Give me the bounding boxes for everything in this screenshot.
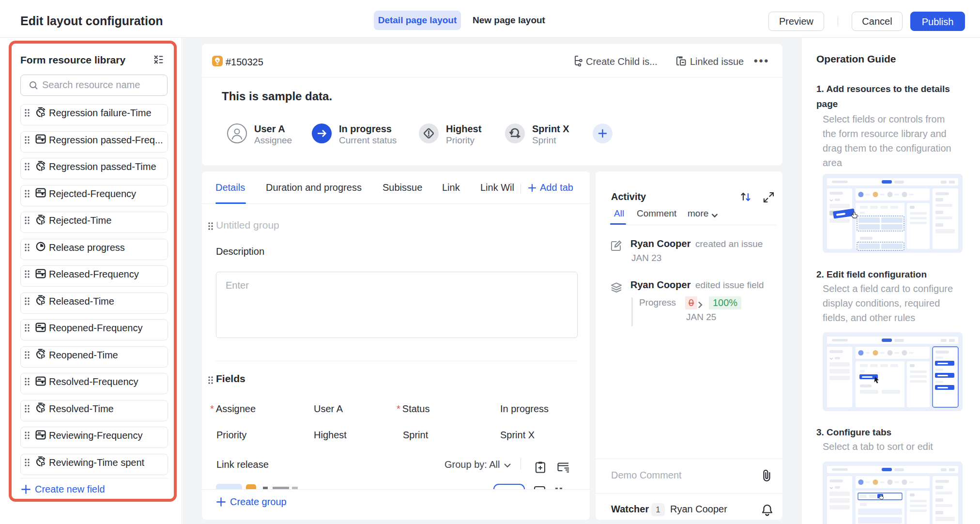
svg-text:P: P <box>41 407 45 413</box>
svg-text:P: P <box>41 165 45 171</box>
svg-text:P: P <box>41 219 45 225</box>
svg-text:P: P <box>41 353 45 359</box>
svg-text:P: P <box>41 299 45 306</box>
svg-text:P: P <box>41 461 45 467</box>
svg-text:P: P <box>41 111 45 118</box>
